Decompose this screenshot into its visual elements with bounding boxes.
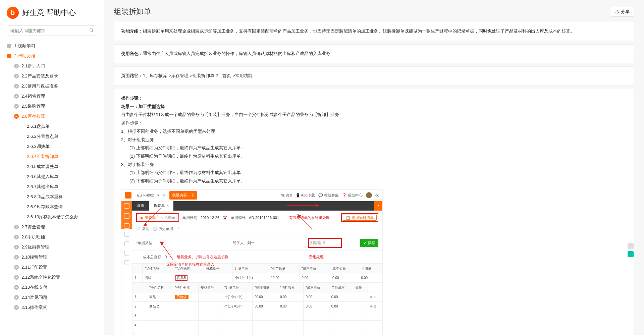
share-button[interactable]: 分享 — [611, 7, 634, 17]
search-icon[interactable] — [89, 28, 94, 34]
nav-item[interactable]: +2.11打印设置 — [7, 262, 97, 272]
nav-item[interactable]: +2.8手机旺铺 — [7, 232, 97, 242]
ss-handler-label: 经手人 — [233, 239, 244, 246]
plus-icon[interactable]: + — [14, 275, 19, 280]
logo: b 好生意 帮助中心 — [7, 7, 97, 19]
ss-gear-icon: ⚙ — [163, 192, 166, 199]
rail-home-icon — [124, 203, 129, 209]
rail-icon-4 — [124, 232, 129, 237]
ss-form-row2: *单据类型 经手人 刘一 到请选择 ✓ 保存 — [132, 235, 382, 251]
ss-topbar: TEST-H002 ▾ ⚙ 我要购买一下 🛍 购 0 📱 App下载 💬 在线客… — [121, 190, 382, 201]
ss-anno1: 有装配清单的在这里处理 — [289, 214, 330, 221]
plus-icon[interactable]: + — [14, 74, 19, 78]
nav-label: 2.6.6其他入库单 — [27, 174, 58, 180]
rail-icon-6 — [124, 251, 129, 256]
nav-item[interactable]: +2.1新手入门 — [7, 61, 97, 71]
rail-cart-icon — [124, 223, 129, 229]
plus-icon[interactable]: + — [14, 225, 19, 229]
page-title: 组装拆卸单 — [114, 7, 151, 17]
nav-item[interactable]: +2.14常见问题 — [7, 292, 97, 302]
nav-item[interactable]: 2.6.4组装拆卸单 — [7, 152, 97, 162]
plus-icon[interactable]: + — [14, 235, 19, 239]
ss-company: TEST-H002 — [135, 192, 154, 199]
minus-icon[interactable]: − — [14, 114, 19, 119]
nav-label: 2.8手机旺铺 — [21, 234, 45, 240]
ss-ref-input — [156, 243, 196, 243]
step1: 1、根据不同的业务，选择不同单据的类型来处理 — [121, 127, 627, 136]
step3: 3、对于拆装业务 — [121, 161, 627, 169]
nav-item[interactable]: −2.6库存核算 — [7, 111, 97, 121]
nav-label: 2.11打印设置 — [21, 264, 47, 270]
nav-item[interactable]: +2.7资金管理 — [7, 222, 97, 232]
nav-item[interactable]: +2.10经营管理 — [7, 252, 97, 262]
ss-save-button: ✓ 保存 — [360, 239, 378, 247]
nav-item[interactable]: +2.13在线支付 — [7, 282, 97, 292]
role-text: 通常由生产人员或库管人员完成拆装业务的操作，库管人员确认原材料的出库和产成品的入… — [143, 51, 330, 56]
search-wrap — [7, 25, 97, 36]
ss-logo-icon — [125, 192, 131, 199]
plus-icon[interactable]: + — [14, 104, 19, 109]
nav-label: 2.2产品安装及登录 — [21, 73, 58, 79]
steps-label: 操作步骤： — [121, 119, 627, 127]
nav-item[interactable]: +2.2产品安装及登录 — [7, 71, 97, 81]
nav-item[interactable]: 2.6.1盘点单 — [7, 121, 97, 131]
title-row: 组装拆卸单 分享 — [114, 7, 634, 17]
scene1-desc: 当由多个子件材料组装成一个成品的业务为【组装】业务，当由一个父件拆分成多个子产品… — [121, 111, 627, 119]
main: 组装拆卸单 分享 功能介绍：组装拆卸单用来处理企业组装或拆卸等加工业务，支持有固… — [104, 0, 644, 335]
nav-item[interactable]: 2.6.7其他出库单 — [7, 182, 97, 192]
steps-title: 操作步骤： — [121, 94, 627, 103]
svg-point-0 — [90, 29, 93, 31]
ss-fee-box: 到请选择 — [308, 238, 342, 248]
ss-app: 📱 App下载 — [296, 192, 315, 199]
plus-icon[interactable]: + — [14, 255, 19, 260]
plus-icon[interactable]: + — [14, 285, 19, 290]
ss-avatar-icon — [366, 192, 372, 198]
nav-item[interactable]: +2.5采购管理 — [7, 101, 97, 111]
nav-item[interactable]: 2.6.2分量盘点单 — [7, 131, 97, 142]
ss-handler: 刘一 — [247, 239, 255, 246]
nav-item[interactable]: +2.15操作案例 — [7, 302, 97, 313]
nav-item[interactable]: 2.6.9库存账本查询 — [7, 202, 97, 212]
path-text: 1、库存核算->库存管理->组装拆卸单 2、首页->常用功能 — [143, 73, 253, 78]
rail-box-icon — [124, 213, 129, 219]
plus-icon[interactable]: + — [14, 305, 19, 310]
nav-item[interactable]: +2.3使用前数据准备 — [7, 81, 97, 91]
nav-item[interactable]: +1.视频学习 — [7, 41, 97, 51]
nav-item[interactable]: 2.6.5成本调整单 — [7, 162, 97, 172]
plus-icon[interactable]: + — [14, 295, 19, 300]
ss-date-label: 单据日期 — [182, 214, 197, 221]
ss-tab-close-icon: × — [374, 201, 382, 211]
nav-item[interactable]: +2.4销售管理 — [7, 91, 97, 101]
plus-icon[interactable]: + — [14, 245, 19, 249]
nav-item[interactable]: +2.9优惠券管理 — [7, 242, 97, 252]
ss-copy: 📄 复制 — [136, 225, 149, 232]
step2-2: (2) 下部明细为子件明细，最终作为原材料生成其它出库单。 — [121, 152, 627, 161]
ss-doc: AD-20191226-001 — [249, 214, 279, 221]
nav-item[interactable]: 2.6.10库存账本错了怎么办 — [7, 212, 97, 222]
minus-icon[interactable]: − — [7, 54, 11, 58]
path-label: 页面路径： — [121, 73, 143, 78]
ss-anno4: 无固定清单的直接在这里录入 — [166, 261, 214, 268]
ss-config-wrap: 📋 选择物料清单 — [341, 213, 378, 222]
ss-more-icon: ⋮ — [176, 225, 180, 232]
nav-item[interactable]: 2.6.8商品成本重算 — [7, 192, 97, 202]
nav-item[interactable]: 2.6.3调拨单 — [7, 142, 97, 152]
path-card: 页面路径：1、库存核算->库存管理->组装拆卸单 2、首页->常用功能 — [114, 66, 634, 86]
ss-side-icons — [628, 243, 634, 257]
nav-item[interactable]: −2.帮助文档 — [7, 51, 97, 61]
scene1-title: 场景一：加工类型选择 — [121, 103, 627, 111]
step3-1: (1) 上部明细为父件明细，最终作为原材料生成其它出库单； — [121, 169, 627, 177]
plus-icon[interactable]: + — [7, 44, 11, 48]
content-card: 操作步骤： 场景一：加工类型选择 当由多个子件材料组装成一个成品的业务为【组装】… — [114, 89, 634, 335]
plus-icon[interactable]: + — [14, 64, 19, 68]
role-card: 使用角色：通常由生产人员或库管人员完成拆装业务的操作，库管人员确认原材料的出库和… — [114, 44, 634, 63]
nav-item[interactable]: +2.12系统个性化设置 — [7, 272, 97, 282]
plus-icon[interactable]: + — [14, 84, 19, 89]
nav-label: 2.6.4组装拆卸单 — [27, 154, 58, 160]
plus-icon[interactable]: + — [14, 94, 19, 99]
plus-icon[interactable]: + — [14, 265, 19, 270]
nav-label: 2.10经营管理 — [21, 254, 47, 260]
ss-cart: 🛍 购 0 — [281, 192, 292, 199]
search-input[interactable] — [7, 25, 97, 36]
nav-item[interactable]: 2.6.6其他入库单 — [7, 172, 97, 182]
